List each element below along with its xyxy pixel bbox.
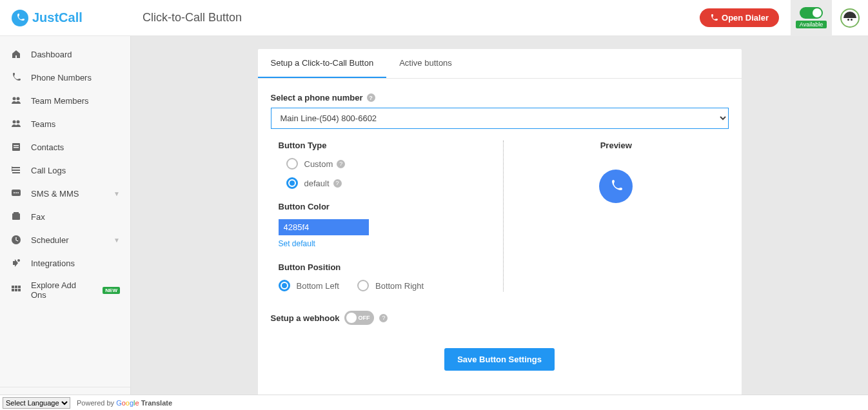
svg-point-2 bbox=[17, 97, 20, 101]
google-logo: Google bbox=[116, 399, 139, 407]
svg-rect-16 bbox=[12, 286, 14, 288]
svg-point-9 bbox=[14, 192, 15, 193]
webhook-label: Setup a webhook bbox=[271, 313, 340, 323]
phone-number-select[interactable]: Main Line-(504) 800-6602 bbox=[271, 108, 729, 129]
radio-bottom-left[interactable] bbox=[279, 280, 290, 291]
webhook-toggle[interactable]: OFF bbox=[344, 311, 374, 325]
chevron-down-icon: ▼ bbox=[113, 237, 120, 244]
svg-point-10 bbox=[15, 192, 17, 193]
sidebar-item-addons[interactable]: Explore Add OnsNEW bbox=[0, 275, 130, 306]
contacts-icon bbox=[10, 141, 22, 153]
radio-custom[interactable] bbox=[286, 158, 298, 170]
svg-rect-6 bbox=[14, 145, 19, 146]
button-position-label: Button Position bbox=[279, 262, 504, 272]
button-type-label: Button Type bbox=[279, 141, 504, 150]
availability-toggle[interactable] bbox=[800, 7, 823, 19]
button-color-label: Button Color bbox=[279, 202, 504, 211]
svg-point-0 bbox=[12, 10, 28, 26]
availability-badge: Available bbox=[796, 21, 827, 28]
settings-card: Setup a Click-to-Call Button Active butt… bbox=[258, 49, 742, 410]
set-default-link[interactable]: Set default bbox=[279, 239, 504, 248]
svg-rect-17 bbox=[15, 286, 17, 288]
radio-bottom-right[interactable] bbox=[357, 280, 369, 291]
svg-rect-18 bbox=[18, 286, 21, 288]
people-icon bbox=[10, 95, 22, 106]
svg-point-3 bbox=[13, 121, 16, 124]
call-logs-icon bbox=[10, 164, 22, 176]
user-avatar[interactable] bbox=[832, 0, 868, 36]
sidebar-item-phone-numbers[interactable]: Phone Numbers bbox=[0, 66, 130, 89]
select-number-label: Select a phone number ? bbox=[271, 93, 729, 102]
sidebar-item-sms-mms[interactable]: SMS & MMS▼ bbox=[0, 182, 130, 205]
teams-icon bbox=[10, 118, 22, 130]
phone-icon bbox=[609, 179, 623, 193]
svg-point-11 bbox=[17, 192, 19, 193]
sidebar-item-call-logs[interactable]: Call Logs bbox=[0, 159, 130, 182]
svg-rect-19 bbox=[12, 289, 14, 291]
grid-icon bbox=[10, 284, 22, 296]
save-button[interactable]: Save Button Settings bbox=[444, 348, 555, 371]
sidebar-item-contacts[interactable]: Contacts bbox=[0, 135, 130, 159]
fax-icon bbox=[10, 211, 22, 222]
preview-button bbox=[599, 170, 633, 203]
phone-icon bbox=[710, 14, 718, 22]
clock-icon bbox=[10, 234, 22, 246]
svg-rect-7 bbox=[14, 147, 19, 148]
open-dialer-button[interactable]: Open Dialer bbox=[700, 8, 779, 27]
brand-logo[interactable]: JustCall bbox=[0, 10, 131, 26]
new-badge: NEW bbox=[103, 287, 120, 294]
tab-setup[interactable]: Setup a Click-to-Call Button bbox=[258, 49, 387, 78]
tab-active-buttons[interactable]: Active buttons bbox=[386, 49, 465, 78]
help-icon[interactable]: ? bbox=[367, 93, 375, 102]
help-icon[interactable]: ? bbox=[379, 314, 388, 322]
svg-rect-21 bbox=[18, 289, 21, 291]
svg-point-1 bbox=[13, 97, 16, 101]
help-icon[interactable]: ? bbox=[333, 179, 342, 188]
sidebar: Dashboard Phone Numbers Team Members Tea… bbox=[0, 36, 131, 410]
integrations-icon bbox=[10, 257, 22, 269]
svg-point-15 bbox=[17, 259, 20, 262]
sidebar-item-team-members[interactable]: Team Members bbox=[0, 89, 130, 112]
button-color-input[interactable] bbox=[279, 219, 369, 235]
sidebar-item-dashboard[interactable]: Dashboard bbox=[0, 43, 130, 66]
sidebar-item-integrations[interactable]: Integrations bbox=[0, 251, 130, 275]
sidebar-item-fax[interactable]: Fax bbox=[0, 205, 130, 228]
svg-point-4 bbox=[17, 121, 20, 124]
language-select[interactable]: Select Language bbox=[3, 397, 70, 409]
svg-rect-13 bbox=[14, 212, 19, 215]
sms-icon bbox=[10, 188, 22, 199]
svg-rect-20 bbox=[15, 289, 17, 291]
sidebar-item-scheduler[interactable]: Scheduler▼ bbox=[0, 228, 130, 251]
phone-logo-icon bbox=[12, 10, 28, 26]
home-icon bbox=[10, 48, 22, 60]
page-title: Click-to-Call Button bbox=[131, 11, 242, 24]
chevron-down-icon: ▼ bbox=[113, 190, 120, 197]
availability-toggle-container: Available bbox=[791, 0, 832, 36]
preview-label: Preview bbox=[600, 141, 632, 150]
phone-icon bbox=[10, 72, 22, 83]
radio-default[interactable] bbox=[286, 177, 298, 189]
help-icon[interactable]: ? bbox=[337, 160, 345, 168]
sidebar-item-teams[interactable]: Teams bbox=[0, 112, 130, 135]
bottom-bar: Select Language Powered by Google Transl… bbox=[0, 395, 868, 410]
brand-name: JustCall bbox=[32, 10, 83, 25]
